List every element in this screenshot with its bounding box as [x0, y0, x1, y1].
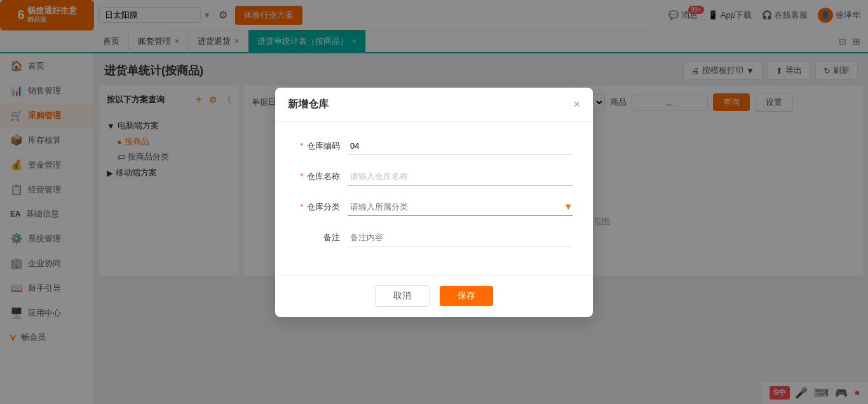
- note-label: 备注: [295, 232, 340, 243]
- name-label: * 仓库名称: [295, 171, 340, 182]
- modal-close-button[interactable]: ×: [573, 98, 580, 111]
- category-dropdown-icon[interactable]: ▼: [564, 201, 573, 212]
- category-label: * 仓库分类: [295, 201, 340, 213]
- cancel-button[interactable]: 取消: [375, 285, 430, 307]
- modal-footer: 取消 保存: [275, 274, 593, 317]
- modal-overlay: 新增仓库 × * 仓库编码 * 仓库名称 * 仓库分: [0, 0, 868, 404]
- form-row-name: * 仓库名称: [295, 168, 573, 185]
- save-button[interactable]: 保存: [440, 286, 493, 306]
- modal-body: * 仓库编码 * 仓库名称 * 仓库分类 ▼: [275, 122, 593, 274]
- code-required-star: *: [300, 141, 303, 151]
- modal-header: 新增仓库 ×: [275, 88, 593, 122]
- modal-new-warehouse: 新增仓库 × * 仓库编码 * 仓库名称 * 仓库分: [275, 88, 593, 317]
- code-label: * 仓库编码: [295, 140, 340, 152]
- name-input[interactable]: [348, 168, 573, 185]
- note-input[interactable]: [348, 229, 573, 246]
- form-row-code: * 仓库编码: [295, 137, 573, 155]
- category-select-input[interactable]: [348, 198, 564, 215]
- code-input[interactable]: [348, 137, 573, 155]
- category-select-wrap: ▼: [348, 198, 573, 216]
- form-row-note: 备注: [295, 229, 573, 246]
- form-row-category: * 仓库分类 ▼: [295, 198, 573, 216]
- name-required-star: *: [300, 172, 303, 181]
- category-required-star: *: [300, 202, 303, 212]
- modal-title: 新增仓库: [288, 98, 329, 111]
